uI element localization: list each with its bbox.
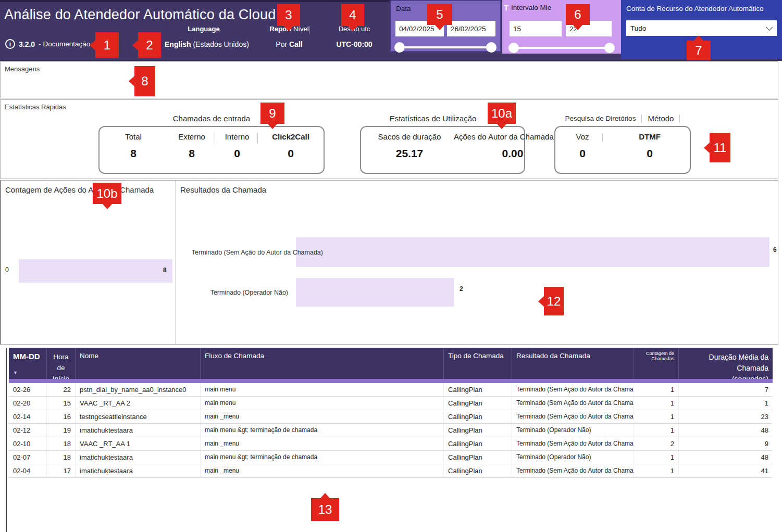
- documentation-link[interactable]: - Documentação: [39, 40, 90, 48]
- table-row[interactable]: 02-26 22 pstn_dial_by_name_aa0_instance0…: [9, 383, 773, 397]
- table-row[interactable]: 02-12 19 imatichuktestaara main menu &gt…: [9, 424, 773, 437]
- version-number: 3.2.0: [19, 40, 35, 48]
- col-header-result[interactable]: Resultado da Chamada: [512, 348, 634, 379]
- callout-9: 9: [260, 103, 284, 124]
- interval-slider-handle-min[interactable]: [508, 43, 519, 53]
- interval-min-input[interactable]: [510, 21, 562, 36]
- callout-12: 12: [544, 287, 564, 315]
- call-results-bar-1[interactable]: [296, 237, 769, 267]
- utc-value: UTC-00:00: [327, 40, 381, 48]
- language-block: Language English (Estados Unidos): [165, 25, 243, 48]
- directory-search-label: Pesquisa de Diretórios: [565, 115, 636, 122]
- call-results-bar-2[interactable]: [296, 278, 454, 307]
- quick-stats-section: Estatísticas Rápidas Chamadas de entrada…: [0, 99, 778, 179]
- callout-10b: 10b: [93, 183, 121, 204]
- callout-2: 2: [138, 32, 161, 58]
- language-value: English (Estados Unidos): [165, 40, 243, 48]
- date-slider-track[interactable]: [399, 46, 492, 48]
- table-row[interactable]: 02-10 18 VAAC _RT_AA 1 main _menu Callin…: [9, 437, 773, 451]
- table-row[interactable]: 02-07 18 imatichuktestaara main menu &gt…: [9, 451, 773, 464]
- directory-search-card: Voz 0 DTMF 0: [554, 126, 691, 174]
- stat-internal: Interno 0: [216, 127, 258, 173]
- dashboard-canvas: Análise do Atendedor Automático da Cloud…: [0, 0, 782, 532]
- messages-label: Mensagens: [5, 65, 40, 73]
- utilization-card: Sacos de duração 25.17 Ações do Autor da…: [360, 126, 525, 174]
- hour-interval-slicer: T Intervalo Mie: [502, 0, 621, 54]
- callout-3: 3: [277, 4, 300, 26]
- info-icon[interactable]: i: [5, 39, 15, 49]
- stat-caller-actions: Ações do Autor da Chamada 0.00: [458, 127, 554, 173]
- version-row: i 3.2.0 - Documentação: [5, 39, 90, 49]
- clipped-text: T: [504, 3, 508, 12]
- stat-total-value: 8: [130, 147, 136, 160]
- stat-voice-label: Voz: [576, 132, 589, 141]
- date-end-input[interactable]: [447, 21, 495, 36]
- callout-7: 7: [687, 41, 711, 60]
- hour-interval-label: Intervalo Mie: [511, 4, 551, 11]
- card-divider: [602, 134, 603, 141]
- utilization-title: Estatísticas de Utilização: [360, 114, 506, 123]
- stat-click2call-label: Click2Call: [272, 132, 309, 141]
- call-results-value-2: 2: [460, 285, 463, 293]
- stat-click2call: Click2Call 0: [258, 127, 324, 173]
- quick-stats-label: Estatísticas Rápidas: [5, 103, 66, 111]
- stat-voice-value: 0: [579, 147, 586, 160]
- table-left-border: [6, 348, 7, 532]
- callout-5: 5: [427, 4, 452, 25]
- table-row[interactable]: 02-20 15 VAAC _RT_AA 2 main menu Calling…: [9, 397, 773, 410]
- table-row[interactable]: 02-14 16 testngcseattleinstance main _me…: [9, 410, 773, 424]
- caller-action-category: 0: [5, 266, 9, 273]
- stat-voice: Voz 0: [555, 127, 610, 173]
- interval-slider-track[interactable]: [514, 47, 610, 49]
- callout-13: 13: [311, 498, 339, 521]
- incoming-calls-card: Total 8 Externo 8 Interno 0 Click2Call 0: [98, 126, 325, 174]
- caller-action-count-title: Contagem de Ações do Autor da Chamada: [5, 185, 154, 194]
- call-results-title: Resultados da Chamada: [180, 185, 266, 194]
- stat-duration-label: Sacos de duração: [378, 132, 441, 141]
- caller-action-count-chart: Contagem de Ações do Autor da Chamada 0 …: [0, 180, 176, 345]
- col-header-type[interactable]: Tipo de Chamada: [444, 348, 512, 379]
- header-divider: [309, 26, 310, 34]
- resource-account-value: Tudo: [630, 24, 646, 32]
- calls-table: MM-DD ▼ Hora de Início Nome Fluxo de Cha…: [9, 348, 773, 478]
- stat-external-label: Externo: [178, 132, 205, 141]
- callout-1: 1: [95, 32, 119, 58]
- stat-dtmf-value: 0: [647, 147, 653, 160]
- call-results-label-2: Terminado (Operador Não): [187, 289, 288, 296]
- date-slider-handle-start[interactable]: [394, 42, 405, 53]
- stat-total: Total 8: [100, 127, 167, 173]
- call-results-chart: Resultados da Chamada Terminado (Sem Açã…: [176, 180, 778, 345]
- stat-internal-label: Interno: [225, 132, 250, 141]
- callout-6: 6: [566, 4, 590, 25]
- language-label: Language: [165, 25, 243, 33]
- callout-4: 4: [341, 4, 364, 26]
- messages-section: Mensagens: [0, 61, 778, 98]
- stat-dtmf-label: DTMF: [639, 132, 661, 141]
- date-slicer-label: Data: [396, 5, 411, 12]
- card-divider: [215, 133, 215, 143]
- callout-8: 8: [134, 66, 155, 96]
- col-header-hour[interactable]: Hora de Início: [47, 348, 76, 379]
- date-slider-handle-end[interactable]: [486, 42, 496, 53]
- title-divider: [679, 115, 680, 123]
- col-header-date[interactable]: MM-DD ▼: [9, 348, 47, 379]
- stat-click2call-value: 0: [288, 147, 294, 160]
- table-row[interactable]: 02-04 17 imatichuktestaara main _menu Ca…: [9, 464, 773, 478]
- stat-external: Externo 8: [167, 127, 216, 173]
- call-results-label-1: Terminado (Sem Ação do Autor da Chamada): [187, 249, 323, 256]
- method-label: Método: [648, 114, 674, 123]
- caller-action-bar[interactable]: [19, 259, 172, 283]
- caller-action-value: 8: [163, 267, 167, 274]
- table-header-stripe: [9, 379, 773, 383]
- col-header-name[interactable]: Nome: [76, 348, 201, 379]
- sort-desc-icon: ▼: [13, 370, 18, 375]
- report-level-value: Por Call: [262, 40, 316, 48]
- interval-slider-handle-max[interactable]: [604, 43, 615, 53]
- col-header-flow[interactable]: Fluxo de Chamada: [201, 348, 444, 379]
- col-header-duration[interactable]: Duração Média da Chamada (segundos): [679, 348, 773, 379]
- directory-search-title: Pesquisa de Diretórios Método: [554, 114, 691, 123]
- resource-account-dropdown[interactable]: Tudo: [626, 20, 777, 36]
- col-header-count[interactable]: Contagem de Chamadas: [634, 348, 679, 379]
- chevron-down-icon: [766, 24, 773, 31]
- card-divider: [257, 133, 258, 143]
